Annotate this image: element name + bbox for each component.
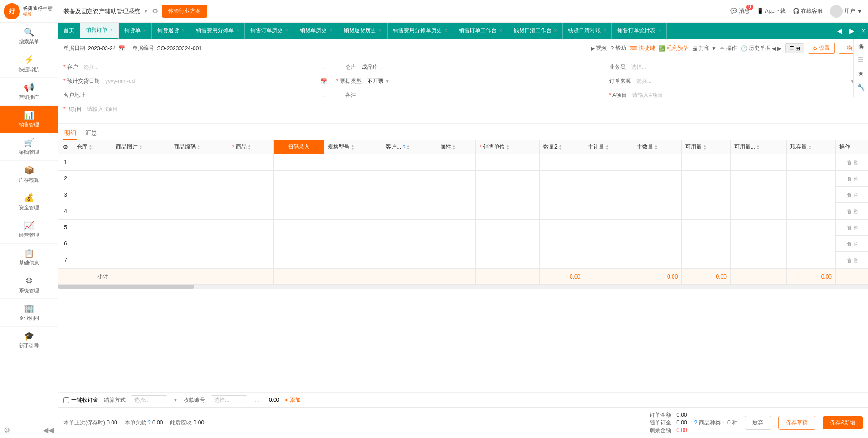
sidebar-item-search[interactable]: 🔍 搜索菜单: [0, 23, 58, 50]
tab-sales-order-close[interactable]: ×: [110, 28, 113, 33]
industry-solution-btn[interactable]: 体验行业方案: [162, 5, 207, 18]
payment-method-arrow[interactable]: ▼: [173, 397, 178, 403]
sidebar-item-quick-nav[interactable]: ⚡ 快捷导航: [0, 50, 58, 78]
row-6-delete-icon[interactable]: 🗑: [847, 241, 852, 247]
tab-stats-close[interactable]: ×: [658, 28, 661, 33]
settings-bottom-icon[interactable]: ⚙: [4, 426, 10, 434]
row-1-spec[interactable]: [324, 154, 382, 171]
horizontal-scrollbar[interactable]: [58, 285, 868, 289]
one-click-payment-label[interactable]: 一键收订金: [63, 396, 98, 404]
tab-reconcile-close[interactable]: ×: [603, 28, 606, 33]
col-stock[interactable]: 现存量▲▼: [787, 140, 836, 154]
row-2-qty2[interactable]: [539, 170, 584, 187]
tab-sales-return[interactable]: 销货退货 ×: [152, 23, 190, 39]
col-code[interactable]: 商品编码▲▼: [170, 140, 228, 154]
sidebar-item-enterprise[interactable]: 🏢 企业协同: [0, 299, 58, 327]
discard-btn[interactable]: 放弃: [745, 416, 771, 430]
right-panel-icon-4[interactable]: ★: [855, 67, 868, 80]
row-2-code[interactable]: [170, 170, 228, 187]
tab-sales-bill-close[interactable]: ×: [143, 28, 146, 33]
col-main-qty[interactable]: 主数量▲▼: [633, 140, 682, 154]
history-nav-prev[interactable]: ◀: [772, 45, 776, 52]
one-click-payment-checkbox[interactable]: [63, 397, 69, 403]
tab-fee-hist[interactable]: 销售费用分摊单历史 ×: [388, 23, 453, 39]
view-btn[interactable]: ▶ 视频: [591, 44, 607, 52]
customer-input[interactable]: [81, 63, 320, 72]
tab-bill-hist[interactable]: 销货单历史 ×: [294, 23, 338, 39]
col-cust-code[interactable]: 客户... ? ▲▼: [382, 140, 436, 154]
customer-addr-input[interactable]: [88, 91, 320, 100]
row-2-product[interactable]: [228, 170, 274, 187]
product-count-help[interactable]: ?: [694, 419, 698, 426]
sidebar-item-purchase[interactable]: 🛒 采购管理: [0, 133, 58, 161]
tab-workbench-close[interactable]: ×: [499, 28, 502, 33]
row-2-copy-icon[interactable]: ⎘: [854, 176, 857, 182]
row-4-delete-icon[interactable]: 🗑: [847, 208, 852, 215]
tab-sales-return-close[interactable]: ×: [182, 28, 184, 33]
row-2-available[interactable]: [682, 170, 731, 187]
history-btn[interactable]: 🕐 历史单据 ◀ ▶: [741, 44, 781, 52]
row-7-copy-icon[interactable]: ⎘: [854, 257, 857, 264]
account-input[interactable]: [211, 395, 247, 404]
tab-sales-fee-close[interactable]: ×: [237, 28, 239, 33]
row-4-copy-icon[interactable]: ⎘: [854, 208, 857, 215]
row-2-scan[interactable]: [274, 170, 324, 187]
tab-daily-wb-close[interactable]: ×: [554, 28, 557, 33]
row-1-available2[interactable]: [730, 154, 787, 171]
note-input[interactable]: [359, 91, 591, 100]
col-product[interactable]: *商品▲▼: [228, 140, 274, 154]
row-7-delete-icon[interactable]: 🗑: [847, 257, 852, 264]
row-1-attr[interactable]: [436, 154, 475, 171]
tab-stats[interactable]: 销售订单统计表 ×: [612, 23, 667, 39]
row-2-spec[interactable]: [324, 170, 382, 187]
row-5-copy-icon[interactable]: ⎘: [854, 225, 857, 231]
row-1-product[interactable]: [228, 154, 274, 171]
row-2-delete-icon[interactable]: 🗑: [847, 176, 852, 182]
col-attr[interactable]: 属性▲▼: [436, 140, 475, 154]
scrollbar-thumb[interactable]: [58, 285, 194, 289]
row-2-unit[interactable]: [475, 170, 539, 187]
staff-input[interactable]: [628, 63, 848, 72]
add-payment-btn[interactable]: ● 添加: [285, 396, 300, 404]
row-1-image[interactable]: [112, 154, 170, 171]
col-available2[interactable]: 可用量...▲▼: [730, 140, 787, 154]
row-1-code[interactable]: [170, 154, 228, 171]
row-1-stock[interactable]: [787, 154, 836, 171]
tab-workbench[interactable]: 销售订单工作台 ×: [453, 23, 508, 39]
view-toggle-btn[interactable]: ☰ ⊞: [785, 43, 804, 53]
system-gear-btn[interactable]: ⚙: [152, 7, 158, 15]
user-area[interactable]: 用户 ▼: [830, 5, 863, 18]
row-1-delete-icon[interactable]: 🗑: [847, 159, 852, 166]
col-unit[interactable]: *销售单位▲▼: [475, 140, 539, 154]
app-download-btn[interactable]: 📱 App下载: [757, 7, 786, 15]
sidebar-item-inventory[interactable]: 📦 库存核算: [0, 161, 58, 188]
row-2-warehouse[interactable]: [73, 170, 112, 187]
row-2-main-qty[interactable]: [633, 170, 682, 187]
col-available[interactable]: 可用量▲▼: [682, 140, 731, 154]
row-5-delete-icon[interactable]: 🗑: [847, 225, 852, 231]
col-qty2[interactable]: 数量2▲▼: [539, 140, 584, 154]
delivery-calendar-icon[interactable]: 📅: [320, 78, 327, 85]
tab-reconcile[interactable]: 钱货日清对账 ×: [563, 23, 612, 39]
tab-sales-order-hist-close[interactable]: ×: [286, 28, 288, 33]
right-panel-icon-2[interactable]: ◉: [855, 40, 868, 53]
col-warehouse[interactable]: 仓库▲▼: [73, 140, 112, 154]
row-2-cust-code[interactable]: [382, 170, 436, 187]
addr-dots[interactable]: …: [322, 92, 327, 99]
col-scan[interactable]: 扫码录入: [274, 140, 324, 154]
tab-bill-hist-close[interactable]: ×: [330, 28, 332, 33]
invoice-type-arrow[interactable]: ▼: [385, 79, 390, 84]
sidebar-item-marketing[interactable]: 📢 营销推广: [0, 78, 58, 106]
sidebar-item-finance[interactable]: 💰 资金管理: [0, 188, 58, 216]
col-spec[interactable]: 规格型号▲▼: [324, 140, 382, 154]
tab-next-btn[interactable]: ▶: [847, 26, 857, 35]
row-1-main-unit[interactable]: [584, 154, 633, 171]
tab-sales-fee[interactable]: 销售费用分摊单 ×: [190, 23, 245, 39]
tab-sales-order-hist[interactable]: 销售订单历史 ×: [245, 23, 294, 39]
tab-fee-hist-close[interactable]: ×: [445, 28, 447, 33]
operation-btn[interactable]: ✏ 操作: [720, 44, 737, 52]
sidebar-item-sales[interactable]: 📊 销售管理: [0, 106, 58, 133]
col-image[interactable]: 商品图片▲▼: [112, 140, 170, 154]
row-1-cust-code[interactable]: [382, 154, 436, 171]
row-3-warehouse[interactable]: [73, 187, 112, 203]
